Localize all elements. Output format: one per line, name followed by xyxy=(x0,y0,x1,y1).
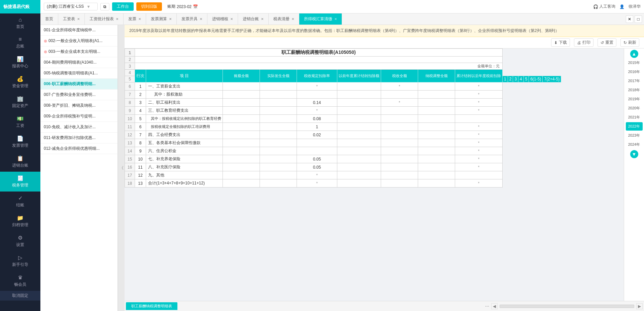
copy-button[interactable]: ⧉ xyxy=(100,3,109,10)
sidebar-item-tax[interactable]: 🧾 税务管理 xyxy=(0,172,40,192)
company-label: (勿删) 江西睿宝-LSS xyxy=(47,4,84,9)
year-2018[interactable]: 2018年 xyxy=(626,86,643,94)
tab-sales-ledger[interactable]: 进销台账 ✕ xyxy=(238,13,269,25)
year-2015[interactable]: 2015年 xyxy=(626,59,643,67)
list-item-005[interactable]: 005-纳税调整项目明细表(A1... xyxy=(40,68,117,79)
sidebar-item-label: 设置 xyxy=(16,242,24,248)
tab-close-icon[interactable]: ✕ xyxy=(169,17,172,21)
tab-tax-settlement[interactable]: 所得税汇算清缴 ✕ xyxy=(299,13,342,25)
sidebar-item-close[interactable]: ✓ 结账 xyxy=(0,192,40,211)
col-num-5: 5 xyxy=(523,76,529,82)
sidebar-item-label: 税务管理 xyxy=(12,182,28,188)
list-item-011[interactable]: 011-研发费用加计扣除优惠... xyxy=(40,133,117,143)
sidebar-item-archive[interactable]: 📁 归档管理 xyxy=(0,211,40,231)
list-item-006[interactable]: 006-职工薪酬纳税调整明细... xyxy=(40,79,117,90)
year-down-button[interactable]: ▼ xyxy=(630,150,638,158)
spreadsheet-table: 1 职工薪酬纳税调整明细表(A105050) 2 3 金额单位：元 xyxy=(125,48,561,187)
list-item-003[interactable]: ⊗ 003-一般企业成本支出明细... xyxy=(40,46,117,57)
sheet-table-wrap[interactable]: 1 职工薪酬纳税调整明细表(A105050) 2 3 金额单位：元 xyxy=(125,48,624,301)
table-row: 2 xyxy=(125,57,561,63)
sheet-title: 职工薪酬纳税调整明细表(A105050) xyxy=(135,49,503,57)
tab-sales-check[interactable]: 进销稽核 ✕ xyxy=(207,13,238,25)
list-item-007[interactable]: 007-广告费和业务宣传费明... xyxy=(40,90,117,100)
tab-close-icon[interactable]: ✕ xyxy=(116,17,118,21)
tab-payroll[interactable]: 工资表 ✕ xyxy=(58,13,85,25)
sidebar-item-sales[interactable]: 📋 进销台账 xyxy=(0,152,40,172)
list-item-010[interactable]: 010-免税、减计收入及加计... xyxy=(40,122,117,133)
notice-bar: 2019年度涉及取以前年度结转数据的申报表单元格需要手工维护正确，才能确证本年及… xyxy=(125,25,644,37)
tab-close-icon[interactable]: ✕ xyxy=(261,17,264,21)
tab-label: 税表清册 xyxy=(273,16,290,22)
list-item-009[interactable]: 009-企业所得税预补亏提明... xyxy=(40,111,117,122)
reset-button[interactable]: ↺ 重置 xyxy=(598,38,616,47)
restore-tab-button[interactable]: □ xyxy=(635,15,642,23)
tab-invoice-calc[interactable]: 发票测算 ✕ xyxy=(146,13,177,25)
list-item-001[interactable]: 001-企业所得税年度纳税申... xyxy=(40,25,117,36)
year-2017[interactable]: 2017年 xyxy=(626,77,643,85)
sidebar-item-ledger[interactable]: ≡ 总账 xyxy=(0,33,40,53)
tab-close-icon[interactable]: ✕ xyxy=(292,17,294,21)
more-options-icon[interactable]: ⋯ xyxy=(485,304,489,309)
sidebar-item-label: 总账 xyxy=(16,43,24,49)
sidebar-item-member[interactable]: ♛ 畅会员 xyxy=(0,271,40,291)
year-2020[interactable]: 2020年 xyxy=(626,104,643,112)
sidebar-item-assets[interactable]: 🏢 固定资产 xyxy=(0,92,40,112)
horizontal-scrollbar[interactable] xyxy=(500,305,634,308)
tab-close-icon[interactable]: ✕ xyxy=(77,17,80,21)
tab-close-icon[interactable]: ✕ xyxy=(138,17,141,21)
sidebar-item-funds[interactable]: 💰 资金管理 xyxy=(0,72,40,92)
tab-home[interactable]: 首页 xyxy=(40,13,58,25)
error-icon: ⊗ xyxy=(44,49,47,54)
tab-invoice[interactable]: 发票 ✕ xyxy=(124,13,146,25)
company-selector[interactable]: (勿删) 江西睿宝-LSS ▼ xyxy=(44,3,98,10)
user-avatar[interactable]: 👤 xyxy=(619,4,624,9)
year-2016[interactable]: 2016年 xyxy=(626,68,643,76)
list-item-012[interactable]: 012-减免企业所得税优惠明细... xyxy=(40,143,117,154)
copy-icon: ⧉ xyxy=(103,4,106,9)
year-2019[interactable]: 2019年 xyxy=(626,95,643,103)
scroll-left-button[interactable]: ◀ xyxy=(491,303,498,309)
scroll-right-button[interactable]: ▶ xyxy=(636,303,643,309)
refresh-icon: ↻ xyxy=(623,40,627,45)
sidebar-item-reports[interactable]: 📊 报表中心 xyxy=(0,53,40,72)
refresh-button[interactable]: ↻ 刷新 xyxy=(620,38,639,47)
sidebar-item-home[interactable]: ⌂ 首页 xyxy=(0,13,40,33)
tab-tax-table[interactable]: 税表清册 ✕ xyxy=(269,13,299,25)
table-row: 16 11 八、补充医疗保险 0.05 * xyxy=(125,163,561,171)
sidebar-item-guide[interactable]: ▷ 新手引导 xyxy=(0,251,40,271)
sheet-tab[interactable]: 职工薪酬纳税调整明细表 xyxy=(126,302,177,310)
tab-close-icon[interactable]: ✕ xyxy=(200,17,202,21)
year-2024[interactable]: 2024年 xyxy=(626,140,643,149)
item-label: 002-一般企业收入明细表(A1... xyxy=(48,38,103,44)
year-2023[interactable]: 2023年 xyxy=(626,131,643,140)
list-item-002[interactable]: ⊗ 002-一般企业收入明细表(A1... xyxy=(40,36,117,46)
topbar-right: 🎧 人工客询 👤 徐泽华 xyxy=(593,4,641,9)
print-button[interactable]: 🖨 打印 xyxy=(574,38,594,47)
cancel-fixed-button[interactable]: 取消固定 xyxy=(0,291,40,301)
sidebar-item-invoices[interactable]: 📄 发票管理 xyxy=(0,132,40,152)
collapse-panel-button[interactable]: 《 xyxy=(118,25,125,311)
tab-payroll-stats[interactable]: 工资统计报表 ✕ xyxy=(85,13,124,25)
sidebar-item-settings[interactable]: ⚙ 设置 xyxy=(0,231,40,251)
tab-close-icon[interactable]: ✕ xyxy=(334,17,337,21)
year-2022[interactable]: 2022年 xyxy=(626,122,643,131)
year-up-button[interactable]: ▲ xyxy=(630,50,638,58)
col-num-2: 2 xyxy=(508,76,513,82)
download-button[interactable]: ⬇ 下载 xyxy=(551,38,570,47)
list-item-008[interactable]: 008-资产折旧、摊销及纳税... xyxy=(40,100,117,111)
table-row: 13 8 五、各类基本社会保障性缴款 * xyxy=(125,139,561,147)
history-button[interactable]: 切到旧版 xyxy=(136,2,162,11)
sidebar-item-payroll[interactable]: 💵 工资 xyxy=(0,112,40,132)
chevron-down-icon: ▼ xyxy=(87,4,91,9)
workbench-button[interactable]: 工作台 xyxy=(112,2,134,11)
year-2021[interactable]: 2021年 xyxy=(626,113,643,122)
close-tab-button[interactable]: ✕ xyxy=(626,15,633,23)
support-link[interactable]: 🎧 人工客询 xyxy=(593,4,615,9)
ledger-icon: ≡ xyxy=(19,36,22,42)
main-area: (勿删) 江西睿宝-LSS ▼ ⧉ 工作台 切到旧版 账期 2023-02 📅 … xyxy=(40,0,644,311)
tab-close-icon[interactable]: ✕ xyxy=(230,17,233,21)
calendar-icon[interactable]: 📅 xyxy=(193,4,198,9)
item-label: 005-纳税调整项目明细表(A1... xyxy=(44,70,98,76)
tab-invoice-open[interactable]: 发票开具 ✕ xyxy=(177,13,207,25)
list-item-004[interactable]: 004-期间费用明细表(A1040... xyxy=(40,57,117,68)
